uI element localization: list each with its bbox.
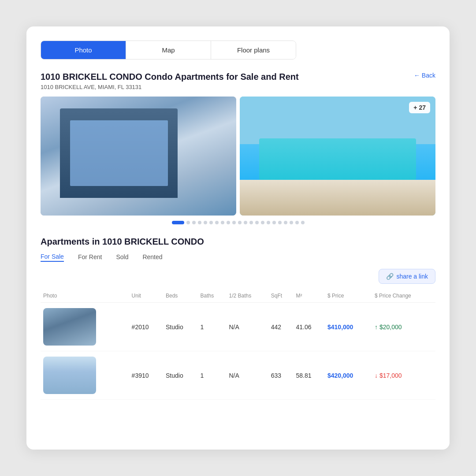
apartments-section-title: Apartments in 1010 BRICKELL CONDO bbox=[41, 237, 435, 247]
share-icon: 🔗 bbox=[386, 273, 394, 280]
dot-17[interactable] bbox=[278, 221, 282, 224]
cell-baths-1: 1 bbox=[198, 351, 227, 400]
unit-thumbnail-1 bbox=[43, 357, 96, 394]
listing-filter-tabs: For Sale For Rent Sold Rented bbox=[41, 253, 435, 262]
cell-sqft-1: 633 bbox=[268, 351, 294, 400]
photo-grid: + 27 bbox=[41, 97, 435, 216]
col-header-m2: M² bbox=[294, 289, 325, 303]
cell-beds-0: Studio bbox=[163, 303, 198, 351]
dot-16[interactable] bbox=[272, 221, 276, 224]
dot-18[interactable] bbox=[284, 221, 287, 224]
listing-header: 1010 BRICKELL CONDO Condo Apartments for… bbox=[41, 72, 435, 90]
col-header-price-change: $ Price Change bbox=[372, 289, 435, 303]
listing-info: 1010 BRICKELL CONDO Condo Apartments for… bbox=[41, 72, 299, 90]
more-photos-badge[interactable]: + 27 bbox=[409, 102, 430, 113]
tab-map[interactable]: Map bbox=[126, 41, 211, 59]
cell-price-change-1: $17,000 bbox=[372, 351, 435, 400]
photo-dots bbox=[41, 221, 435, 224]
toolbar: 🔗 share a link bbox=[41, 269, 435, 284]
cell-baths-0: 1 bbox=[198, 303, 227, 351]
dot-7[interactable] bbox=[221, 221, 224, 224]
dot-15[interactable] bbox=[267, 221, 270, 224]
table-row[interactable]: #2010 Studio 1 N/A 442 41.06 $410,000 $2… bbox=[41, 303, 435, 351]
listings-table: Photo Unit Beds Baths 1/2 Baths SqFt M² … bbox=[41, 289, 435, 400]
col-header-photo: Photo bbox=[41, 289, 129, 303]
cell-sqft-0: 442 bbox=[268, 303, 294, 351]
tab-photo[interactable]: Photo bbox=[41, 41, 126, 59]
view-tabs: Photo Map Floor plans bbox=[41, 41, 296, 60]
table-row[interactable]: #3910 Studio 1 N/A 633 58.81 $420,000 $1… bbox=[41, 351, 435, 400]
photo-main[interactable] bbox=[41, 97, 236, 216]
cell-photo-0 bbox=[41, 303, 129, 351]
filter-rented[interactable]: Rented bbox=[142, 253, 162, 261]
dot-3[interactable] bbox=[198, 221, 201, 224]
col-header-unit: Unit bbox=[129, 289, 163, 303]
building-exterior-image bbox=[41, 97, 236, 216]
dot-19[interactable] bbox=[290, 221, 293, 224]
col-header-sqft: SqFt bbox=[268, 289, 294, 303]
dot-21[interactable] bbox=[301, 221, 305, 224]
cell-half-baths-0: N/A bbox=[226, 303, 268, 351]
main-card: Photo Map Floor plans 1010 BRICKELL COND… bbox=[26, 26, 450, 450]
unit-thumb-image-1 bbox=[43, 357, 96, 394]
dot-11[interactable] bbox=[244, 221, 247, 224]
col-header-half-baths: 1/2 Baths bbox=[226, 289, 268, 303]
cell-beds-1: Studio bbox=[163, 351, 198, 400]
filter-for-sale[interactable]: For Sale bbox=[41, 253, 64, 262]
cell-price-0[interactable]: $410,000 bbox=[325, 303, 372, 351]
cell-unit-1: #3910 bbox=[129, 351, 163, 400]
cell-half-baths-1: N/A bbox=[226, 351, 268, 400]
listing-address: 1010 BRICKELL AVE, MIAMI, FL 33131 bbox=[41, 84, 299, 90]
back-button[interactable]: ← Back bbox=[414, 72, 435, 79]
col-header-price: $ Price bbox=[325, 289, 372, 303]
cell-price-1[interactable]: $420,000 bbox=[325, 351, 372, 400]
dot-2[interactable] bbox=[192, 221, 196, 224]
dot-6[interactable] bbox=[215, 221, 219, 224]
dot-8[interactable] bbox=[227, 221, 230, 224]
cell-price-change-0: $20,000 bbox=[372, 303, 435, 351]
dot-13[interactable] bbox=[255, 221, 259, 224]
dot-14[interactable] bbox=[261, 221, 264, 224]
share-link-button[interactable]: 🔗 share a link bbox=[379, 269, 435, 284]
dot-12[interactable] bbox=[249, 221, 253, 224]
unit-thumbnail-0 bbox=[43, 308, 96, 346]
share-label: share a link bbox=[396, 273, 428, 280]
filter-for-rent[interactable]: For Rent bbox=[78, 253, 102, 261]
tab-floor-plans[interactable]: Floor plans bbox=[211, 41, 296, 59]
filter-sold[interactable]: Sold bbox=[116, 253, 128, 261]
dot-5[interactable] bbox=[209, 221, 213, 224]
dot-1[interactable] bbox=[186, 221, 190, 224]
dot-4[interactable] bbox=[204, 221, 207, 224]
photo-secondary[interactable]: + 27 bbox=[240, 97, 435, 216]
col-header-baths: Baths bbox=[198, 289, 227, 303]
col-header-beds: Beds bbox=[163, 289, 198, 303]
unit-thumb-image-0 bbox=[43, 308, 96, 346]
cell-m2-1: 58.81 bbox=[294, 351, 325, 400]
dot-20[interactable] bbox=[295, 221, 299, 224]
dot-0[interactable] bbox=[172, 221, 184, 224]
pool-image bbox=[240, 97, 435, 216]
dot-10[interactable] bbox=[238, 221, 242, 224]
cell-unit-0: #2010 bbox=[129, 303, 163, 351]
listing-title: 1010 BRICKELL CONDO Condo Apartments for… bbox=[41, 72, 299, 82]
cell-m2-0: 41.06 bbox=[294, 303, 325, 351]
dot-9[interactable] bbox=[232, 221, 236, 224]
cell-photo-1 bbox=[41, 351, 129, 400]
